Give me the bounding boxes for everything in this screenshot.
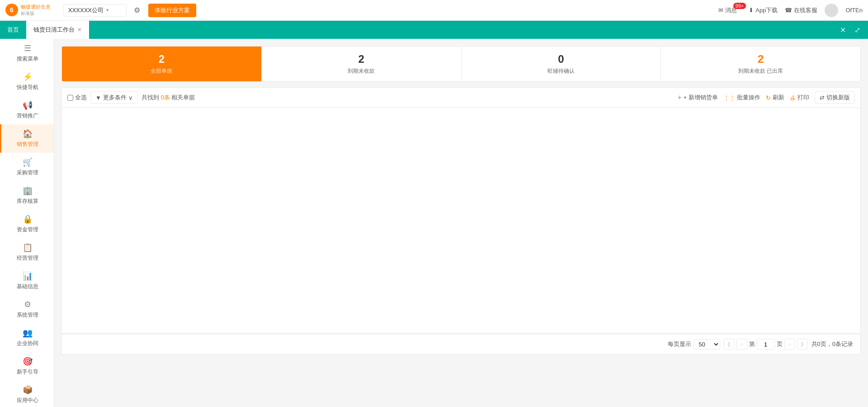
sidebar-item-quicknav[interactable]: ⚡ 快捷导航 bbox=[0, 67, 54, 96]
toolbar-left: 全选 ▼ 更多条件 ∨ 共找到 0条 相关单据 bbox=[67, 91, 195, 104]
switch-label: 切换新版 bbox=[826, 94, 850, 102]
close-tab-action[interactable]: ✕ bbox=[837, 24, 848, 35]
avatar-name: OfTEn bbox=[845, 7, 863, 14]
pagination: 每页显示 50 100 200 ⟪ ‹ 第 页 › ⟫ 共0页，0条记录 bbox=[61, 334, 861, 355]
company-selector[interactable]: XXXXXX公司 ▾ bbox=[63, 4, 127, 17]
filter-chevron-icon: ∨ bbox=[128, 94, 133, 101]
sidebar-item-guide[interactable]: 🎯 新手引导 bbox=[0, 352, 54, 380]
card-count-pending: 0 bbox=[471, 53, 652, 65]
tab-bar-actions: ✕ ⤢ bbox=[837, 24, 868, 35]
settings-button[interactable]: ⚙ bbox=[130, 4, 144, 17]
next-page-button[interactable]: › bbox=[784, 339, 795, 350]
tab-workbench-label: 钱货日清工作台 bbox=[33, 26, 75, 34]
sidebar-item-basicinfo[interactable]: 📊 基础信息 bbox=[0, 267, 54, 295]
tab-home[interactable]: 首页 bbox=[0, 21, 26, 39]
print-button[interactable]: 🖨 打印 bbox=[790, 94, 809, 102]
new-bill-button[interactable]: + + 新增销货单 bbox=[677, 94, 718, 102]
message-badge: 99+ bbox=[733, 3, 746, 9]
summary-card-shipped[interactable]: 2 到期未收款 已出库 bbox=[661, 47, 860, 81]
summary-card-all[interactable]: 2 全部单据 bbox=[62, 47, 262, 81]
filter-icon: ▼ bbox=[95, 94, 101, 101]
sidebar-label-operations: 经营管理 bbox=[17, 254, 38, 262]
switch-version-button[interactable]: ⇄ 切换新版 bbox=[815, 91, 855, 104]
refresh-icon: ↻ bbox=[766, 94, 771, 101]
sidebar-label-guide: 新手引导 bbox=[17, 368, 38, 376]
page-size-label: 每页显示 bbox=[668, 340, 691, 348]
finance-icon: 🔒 bbox=[23, 214, 33, 224]
basicinfo-icon: 📊 bbox=[23, 271, 33, 281]
page-size-select: 每页显示 50 100 200 bbox=[668, 339, 720, 350]
found-count: 0条 bbox=[161, 94, 170, 101]
tab-close-icon[interactable]: ✕ bbox=[77, 27, 82, 33]
message-button[interactable]: ✉ 消息 99+ bbox=[714, 6, 741, 14]
header-right: ✉ 消息 99+ ⬇ App下载 ☎ 在线客服 OfTEn bbox=[714, 4, 863, 17]
sidebar-item-appcenter[interactable]: 📦 应用中心 bbox=[0, 380, 54, 407]
select-all-checkbox[interactable]: 全选 bbox=[67, 94, 87, 102]
summary-card-pending[interactable]: 0 旺辅待确认 bbox=[462, 47, 661, 81]
trial-button[interactable]: 体验行业方案 bbox=[148, 4, 196, 17]
card-label-pending: 旺辅待确认 bbox=[471, 67, 652, 75]
sidebar-item-enterprise[interactable]: 👥 企业协同 bbox=[0, 323, 54, 352]
summary-card-overdue[interactable]: 2 到期未收款 bbox=[262, 47, 462, 81]
app-download-label: App下载 bbox=[755, 6, 778, 14]
refresh-button[interactable]: ↻ 刷新 bbox=[766, 94, 784, 102]
page-number-input[interactable] bbox=[757, 339, 775, 350]
chevron-down-icon: ▾ bbox=[106, 7, 109, 13]
sidebar-label-quicknav: 快捷导航 bbox=[17, 84, 38, 91]
filter-label: 更多条件 bbox=[103, 94, 127, 102]
sidebar-item-system[interactable]: ⚙ 系统管理 bbox=[0, 295, 54, 323]
sidebar-item-sales[interactable]: 🏠 销售管理 bbox=[0, 124, 54, 153]
sidebar-item-marketing[interactable]: 📢 营销推广 bbox=[0, 96, 54, 124]
switch-icon: ⇄ bbox=[820, 94, 825, 101]
refresh-label: 刷新 bbox=[773, 94, 784, 102]
tab-workbench[interactable]: 钱货日清工作台 ✕ bbox=[26, 21, 89, 39]
batch-label: 批量操作 bbox=[737, 94, 760, 102]
sidebar-label-marketing: 营销推广 bbox=[17, 112, 38, 120]
new-bill-label: + 新增销货单 bbox=[684, 94, 718, 102]
first-page-button[interactable]: ⟪ bbox=[724, 339, 735, 350]
batch-operation-button[interactable]: ⋮⋮ 批量操作 bbox=[723, 94, 760, 102]
inventory-icon: 🏢 bbox=[23, 186, 33, 196]
logo-area: 6 畅捷通好生意 标准版 bbox=[5, 4, 60, 16]
logo-name: 畅捷通好生意 bbox=[21, 4, 51, 10]
found-text: 共找到 0条 相关单据 bbox=[142, 94, 195, 102]
logo-icon: 6 bbox=[5, 4, 18, 16]
expand-tab-action[interactable]: ⤢ bbox=[852, 24, 863, 35]
prev-page-button[interactable]: ‹ bbox=[736, 339, 747, 350]
enterprise-icon: 👥 bbox=[23, 328, 33, 338]
sidebar-label-search: 搜索菜单 bbox=[17, 55, 38, 63]
sidebar-label-system: 系统管理 bbox=[17, 311, 38, 319]
tab-bar: 首页 钱货日清工作台 ✕ ✕ ⤢ bbox=[0, 21, 868, 39]
sidebar-item-purchase[interactable]: 🛒 采购管理 bbox=[0, 153, 54, 181]
last-page-button[interactable]: ⟫ bbox=[797, 339, 808, 350]
tab-home-label: 首页 bbox=[7, 26, 19, 34]
table-area bbox=[61, 108, 861, 334]
app-download-button[interactable]: ⬇ App下载 bbox=[749, 6, 778, 14]
logo-sub: 标准版 bbox=[21, 10, 51, 17]
checkbox-input[interactable] bbox=[67, 95, 73, 101]
sales-icon: 🏠 bbox=[23, 129, 33, 139]
online-service-button[interactable]: ☎ 在线客服 bbox=[785, 6, 817, 14]
sidebar: ☰ 搜索菜单 ⚡ 快捷导航 📢 营销推广 🏠 销售管理 🛒 采购管理 🏢 库存核… bbox=[0, 39, 54, 407]
filter-button[interactable]: ▼ 更多条件 ∨ bbox=[90, 91, 138, 104]
company-name: XXXXXX公司 bbox=[68, 6, 104, 14]
purchase-icon: 🛒 bbox=[23, 157, 33, 167]
operations-icon: 📋 bbox=[23, 243, 33, 253]
page-size-dropdown[interactable]: 50 100 200 bbox=[693, 339, 720, 350]
select-all-label: 全选 bbox=[75, 94, 87, 102]
sidebar-item-inventory[interactable]: 🏢 库存核算 bbox=[0, 181, 54, 210]
sidebar-label-purchase: 采购管理 bbox=[17, 169, 38, 177]
sidebar-item-finance[interactable]: 🔒 资金管理 bbox=[0, 210, 54, 238]
download-icon: ⬇ bbox=[749, 7, 754, 14]
sidebar-item-operations[interactable]: 📋 经营管理 bbox=[0, 238, 54, 267]
message-icon: ✉ bbox=[718, 7, 723, 14]
toolbar-right: + + 新增销货单 ⋮⋮ 批量操作 ↻ 刷新 🖨 打印 ⇄ 切换新版 bbox=[677, 91, 855, 104]
page-label: 第 bbox=[749, 340, 755, 348]
card-label-all: 全部单据 bbox=[71, 67, 252, 75]
batch-icon: ⋮⋮ bbox=[723, 94, 735, 101]
appcenter-icon: 📦 bbox=[23, 385, 33, 395]
search-menu-icon: ☰ bbox=[24, 43, 31, 53]
sidebar-item-search[interactable]: ☰ 搜索菜单 bbox=[0, 39, 54, 67]
online-service-label: 在线客服 bbox=[794, 6, 817, 14]
avatar[interactable] bbox=[825, 4, 838, 17]
